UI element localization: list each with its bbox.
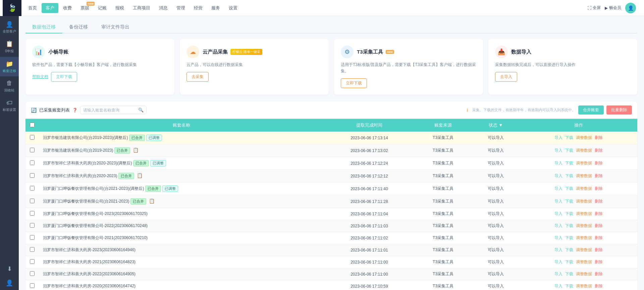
- topnav-item-tax[interactable]: 报税: [111, 3, 128, 13]
- action-删除-0[interactable]: 删除: [595, 135, 603, 140]
- action-导入-0[interactable]: 导入: [554, 135, 562, 140]
- row-checkbox-0[interactable]: [30, 135, 35, 140]
- topnav-item-service[interactable]: 服务: [207, 3, 224, 13]
- action-调整数据-8[interactable]: 调整数据: [576, 235, 592, 240]
- copy-icon[interactable]: 📋: [131, 147, 139, 153]
- action-删除-6[interactable]: 删除: [595, 211, 603, 216]
- action-下载-6[interactable]: 下载: [565, 211, 573, 216]
- action-调整数据-9[interactable]: 调整数据: [576, 247, 592, 252]
- topnav-item-customer[interactable]: 客户: [42, 3, 58, 13]
- fullscreen-btn[interactable]: ⛶全屏: [587, 5, 601, 11]
- tab-data-migration[interactable]: 数据包迁移: [25, 21, 62, 33]
- user-avatar[interactable]: 👤: [625, 3, 636, 13]
- action-下载-1[interactable]: 下载: [565, 148, 573, 153]
- action-调整数据-2[interactable]: 调整数据: [576, 161, 592, 165]
- row-checkbox-1[interactable]: [30, 148, 35, 152]
- help-icon[interactable]: ❓: [72, 108, 77, 113]
- merge-accounts-btn[interactable]: 合并账套: [578, 105, 604, 115]
- action-导入-11[interactable]: 导入: [554, 272, 562, 276]
- col-status[interactable]: 状态 ▼: [472, 119, 520, 132]
- action-导入-5[interactable]: 导入: [554, 199, 562, 204]
- data-import-btn[interactable]: 去导入: [495, 72, 517, 82]
- action-调整数据-3[interactable]: 调整数据: [576, 173, 592, 178]
- sidebar-item-account-migration[interactable]: 📁 账套迁移: [0, 57, 19, 76]
- tab-audit-export[interactable]: 审计文件导出: [95, 21, 136, 33]
- action-导入-10[interactable]: 导入: [554, 260, 562, 264]
- action-删除-9[interactable]: 删除: [595, 247, 603, 252]
- action-删除-1[interactable]: 删除: [595, 148, 603, 153]
- row-checkbox-11[interactable]: [30, 271, 35, 276]
- action-下载-12[interactable]: 下载: [565, 284, 573, 288]
- action-调整数据-0[interactable]: 调整数据: [576, 135, 592, 140]
- action-调整数据-6[interactable]: 调整数据: [576, 211, 592, 216]
- topnav-item-fee[interactable]: 收费: [59, 3, 76, 13]
- action-删除-4[interactable]: 删除: [595, 186, 603, 191]
- action-删除-12[interactable]: 删除: [595, 284, 603, 288]
- topnav-item-home[interactable]: 首页: [24, 3, 41, 13]
- member-btn[interactable]: ▶畅会员: [605, 5, 621, 11]
- sidebar-download-btn[interactable]: ⬇: [0, 262, 19, 276]
- action-下载-4[interactable]: 下载: [565, 186, 573, 191]
- row-checkbox-7[interactable]: [30, 223, 35, 228]
- action-删除-7[interactable]: 删除: [595, 223, 603, 228]
- action-调整数据-11[interactable]: 调整数据: [576, 272, 592, 276]
- row-checkbox-10[interactable]: [30, 259, 35, 264]
- sidebar-user-btn[interactable]: 👤: [0, 276, 19, 290]
- action-导入-6[interactable]: 导入: [554, 211, 562, 216]
- sidebar-item-tag-settings[interactable]: 🏷 标签设置: [0, 96, 19, 115]
- action-删除-8[interactable]: 删除: [595, 235, 603, 240]
- action-下载-5[interactable]: 下载: [565, 199, 573, 204]
- topnav-item-business[interactable]: 工商项目: [129, 3, 154, 13]
- action-下载-9[interactable]: 下载: [565, 247, 573, 252]
- row-checkbox-6[interactable]: [30, 211, 35, 216]
- topnav-item-account[interactable]: 记账: [94, 3, 111, 13]
- tab-backup-migration[interactable]: 备份迁移: [62, 21, 95, 33]
- select-all-checkbox[interactable]: [30, 123, 35, 127]
- action-导入-3[interactable]: 导入: [554, 173, 562, 178]
- search-input[interactable]: [83, 108, 137, 113]
- t3-tool-download-btn[interactable]: 立即下载: [341, 78, 367, 88]
- action-调整数据-5[interactable]: 调整数据: [576, 199, 592, 204]
- xiaochangzhang-download-btn[interactable]: 立即下载: [51, 72, 77, 82]
- row-checkbox-3[interactable]: [30, 173, 35, 178]
- row-checkbox-12[interactable]: [30, 283, 35, 288]
- row-checkbox-5[interactable]: [30, 199, 35, 203]
- action-导入-12[interactable]: 导入: [554, 284, 562, 288]
- action-导入-1[interactable]: 导入: [554, 148, 562, 153]
- app-logo[interactable]: 🍃: [3, 0, 21, 16]
- action-下载-0[interactable]: 下载: [565, 135, 573, 140]
- action-删除-2[interactable]: 删除: [595, 161, 603, 165]
- action-下载-3[interactable]: 下载: [565, 173, 573, 178]
- topnav-item-manage[interactable]: 管理: [172, 3, 189, 13]
- action-下载-8[interactable]: 下载: [565, 235, 573, 240]
- refresh-icon[interactable]: 🔄: [31, 107, 37, 113]
- action-导入-2[interactable]: 导入: [554, 161, 562, 165]
- copy-icon[interactable]: 📋: [148, 198, 155, 204]
- row-checkbox-8[interactable]: [30, 235, 35, 240]
- action-下载-2[interactable]: 下载: [565, 161, 573, 165]
- topnav-item-invoice[interactable]: 票据new: [76, 3, 93, 13]
- action-删除-11[interactable]: 删除: [595, 272, 603, 276]
- cloud-collect-btn[interactable]: 去采集: [186, 72, 209, 82]
- topnav-item-message[interactable]: 消息: [155, 3, 172, 13]
- action-调整数据-10[interactable]: 调整数据: [576, 260, 592, 264]
- action-下载-10[interactable]: 下载: [565, 260, 573, 264]
- action-调整数据-12[interactable]: 调整数据: [576, 284, 592, 288]
- action-删除-10[interactable]: 删除: [595, 260, 603, 264]
- batch-delete-btn[interactable]: 批量删除: [606, 105, 632, 115]
- row-checkbox-2[interactable]: [30, 160, 35, 165]
- action-调整数据-7[interactable]: 调整数据: [576, 223, 592, 228]
- search-icon[interactable]: 🔍: [138, 107, 144, 113]
- row-checkbox-9[interactable]: [30, 247, 35, 252]
- action-删除-3[interactable]: 删除: [595, 173, 603, 178]
- sidebar-item-recycle[interactable]: 🗑 回收站: [0, 76, 19, 96]
- topnav-item-operation[interactable]: 经营: [190, 3, 207, 13]
- sidebar-item-all-customers[interactable]: 👤 全部客户: [0, 17, 19, 37]
- action-导入-8[interactable]: 导入: [554, 235, 562, 240]
- action-导入-9[interactable]: 导入: [554, 247, 562, 252]
- action-调整数据-4[interactable]: 调整数据: [576, 186, 592, 191]
- action-调整数据-1[interactable]: 调整数据: [576, 148, 592, 153]
- action-下载-7[interactable]: 下载: [565, 223, 573, 228]
- xiaochangzhang-help-link[interactable]: 帮助文档: [32, 74, 48, 80]
- action-导入-4[interactable]: 导入: [554, 186, 562, 191]
